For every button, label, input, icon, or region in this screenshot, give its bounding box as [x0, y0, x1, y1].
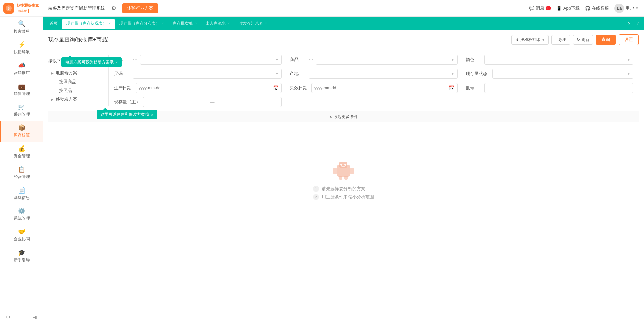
tooltip2-close-btn[interactable]: ×	[151, 113, 153, 117]
empty-step1: 1 请先选择要分析的方案	[313, 186, 374, 192]
tab-inventory-status[interactable]: 现存量（库存状况表） ×	[62, 19, 115, 29]
header-right: 💬 消息 6 📱 App下载 🎧 在线客服 Ea 用户 ▼	[529, 4, 639, 13]
tab-home[interactable]: 首页	[46, 19, 62, 29]
user-area[interactable]: Ea 用户 ▼	[614, 4, 639, 13]
filter-fields-row4: 现存量（主） —	[114, 97, 633, 107]
sidebar-item-sales[interactable]: 💼 销售管理	[0, 79, 43, 100]
tab-close-inventory-status[interactable]: ×	[109, 21, 111, 25]
size-select[interactable]: ▼	[133, 69, 282, 79]
stock-status-arrow-icon: ▼	[627, 72, 630, 76]
scheme-item-goods[interactable]: 按照商品	[56, 77, 108, 86]
stock-main-field: 现存量（主） —	[114, 97, 282, 107]
production-date-field: 生产日期 📅	[114, 83, 282, 93]
stock-main-from-input[interactable]	[146, 100, 208, 104]
scheme-mobile[interactable]: ▶ 移动端方案	[48, 95, 108, 104]
tab-close-summary[interactable]: ×	[265, 21, 267, 25]
goods-label: 商品	[290, 57, 306, 63]
tab-inventory-dist[interactable]: 现存量（库存分布表） ×	[115, 19, 168, 29]
marketing-icon: 📣	[18, 62, 25, 69]
sidebar-item-marketing[interactable]: 📣 营销推广	[0, 58, 43, 79]
content-area: 现存量查询(按仓库+商品) 🖨 按模板打印 ▼ ↑ 导出 ↻ 刷新	[43, 30, 644, 325]
message-icon: 💬	[529, 6, 534, 11]
sidebar-item-purchase[interactable]: 🛒 采购管理	[0, 100, 43, 121]
sidebar-item-search[interactable]: 🔍 搜索菜单	[0, 17, 43, 38]
empty-step2: 2 用过滤条件来缩小分析范围	[313, 194, 374, 200]
settings-bottom-btn[interactable]: ⚙	[3, 312, 13, 322]
svg-point-4	[340, 164, 342, 166]
headset-icon: 🎧	[585, 6, 590, 11]
sidebar-item-guide[interactable]: 🎓 新手引导	[0, 246, 43, 266]
stock-status-select[interactable]: ▼	[492, 69, 633, 79]
tab-close-inventory-dist[interactable]: ×	[162, 21, 164, 25]
scheme-arrow-icon: ▶	[51, 71, 54, 75]
production-date-input[interactable]	[139, 86, 272, 90]
expiry-date-label: 失效日期	[290, 85, 309, 91]
goods-select[interactable]: ▼	[316, 55, 458, 65]
size-field: 尺码 ▼	[114, 69, 282, 79]
tab-batch[interactable]: 库存批次账 ×	[169, 19, 201, 29]
sidebar-item-inventory[interactable]: 📦 库存核算	[0, 121, 43, 142]
online-service-btn[interactable]: 🎧 在线客服	[585, 5, 609, 11]
sidebar: 6 畅捷通好生意 标准版 🔍 搜索菜单 ⚡ 快捷导航 📣 营销推广 💼 销售管理…	[0, 0, 43, 325]
sidebar-item-finance[interactable]: 💰 资金管理	[0, 142, 43, 162]
content-inner: 现存量查询(按仓库+商品) 🖨 按模板打印 ▼ ↑ 导出 ↻ 刷新	[43, 30, 644, 325]
origin-select[interactable]: ▼	[309, 69, 458, 79]
warehouse-select[interactable]: ▼	[140, 55, 282, 65]
sidebar-item-operation[interactable]: 📋 经营管理	[0, 162, 43, 183]
tab-close-inout[interactable]: ×	[228, 21, 230, 25]
logo-text: 畅捷通好生意 标准版	[17, 3, 39, 13]
operation-icon: 📋	[18, 166, 25, 173]
export-btn[interactable]: ↑ 导出	[551, 35, 570, 45]
color-select[interactable]: ▼	[484, 55, 633, 65]
warehouse-more-icon[interactable]: ···	[133, 57, 137, 63]
print-arrow-icon: ▼	[542, 38, 545, 42]
collapse-sidebar-btn[interactable]: ◀	[30, 312, 39, 322]
settings-icon[interactable]: ⚙	[109, 4, 118, 13]
reset-btn[interactable]: 设置	[619, 34, 639, 45]
scheme-list: ▶ 电脑端方案 这里可以创建和修改方案哦 × 按照商品	[48, 69, 108, 104]
empty-text: 1 请先选择要分析的方案 2 用过滤条件来缩小分析范围	[313, 186, 374, 200]
printer-icon: 🖨	[515, 37, 519, 42]
goods-more-icon[interactable]: ···	[309, 57, 313, 63]
scheme-desktop[interactable]: ▶ 电脑端方案	[48, 69, 108, 77]
refresh-btn[interactable]: ↻ 刷新	[573, 35, 593, 45]
tab-inout[interactable]: 出入库流水 ×	[202, 19, 234, 29]
batch-input[interactable]	[487, 86, 630, 90]
calendar-icon-expiry[interactable]: 📅	[449, 85, 454, 91]
warehouse-field: 仓库 ··· ▼	[114, 55, 282, 65]
expiry-date-input[interactable]	[314, 86, 447, 90]
calendar-icon-production[interactable]: 📅	[273, 85, 279, 91]
query-btn[interactable]: 查询	[596, 35, 616, 45]
header: 装备及固定资产辅助管理系统 ⚙ 体验行业方案 💬 消息 6 📱 App下载 🎧 …	[43, 0, 644, 17]
close-all-tabs-btn[interactable]: ×	[627, 19, 632, 28]
experience-btn[interactable]: 体验行业方案	[122, 3, 158, 13]
collapse-btn[interactable]: ∧ 收起更多条件	[329, 114, 358, 120]
color-field: 颜色 ▼	[466, 55, 633, 65]
sidebar-item-enterprise[interactable]: 🤝 企业协同	[0, 225, 43, 246]
page-actions: 🖨 按模板打印 ▼ ↑ 导出 ↻ 刷新 查询 设置	[511, 34, 639, 45]
goods-arrow-icon: ▼	[451, 58, 454, 62]
expiry-date-input-wrap: 📅	[311, 83, 458, 93]
app-download-btn[interactable]: 📱 App下载	[556, 5, 580, 11]
filter-fields-area: 仓库 ··· ▼ 商品 ···	[109, 55, 639, 111]
tab-summary[interactable]: 收发存汇总表 ×	[235, 19, 271, 29]
svg-rect-7	[333, 168, 337, 174]
sidebar-item-system[interactable]: ⚙️ 系统管理	[0, 204, 43, 225]
tabs-actions: × ⤢	[627, 19, 641, 28]
tooltip1-close-btn[interactable]: ×	[116, 60, 118, 64]
message-btn[interactable]: 💬 消息 6	[529, 5, 551, 11]
filter-fields-row1: 仓库 ··· ▼ 商品 ···	[114, 55, 633, 65]
print-btn[interactable]: 🖨 按模板打印 ▼	[511, 35, 549, 45]
batch-input-wrap	[484, 83, 633, 93]
basic-icon: 📄	[18, 186, 25, 194]
tab-close-batch[interactable]: ×	[195, 21, 197, 25]
inventory-icon: 📦	[18, 124, 25, 131]
warehouse-arrow-icon: ▼	[275, 58, 279, 62]
stock-status-label: 现存量状态	[466, 71, 490, 77]
maximize-btn[interactable]: ⤢	[635, 19, 641, 28]
stock-main-to-input[interactable]	[217, 100, 279, 104]
sidebar-item-quick[interactable]: ⚡ 快捷导航	[0, 38, 43, 58]
scheme-item-goods2[interactable]: 按照品	[56, 86, 108, 95]
sidebar-item-basic[interactable]: 📄 基础信息	[0, 183, 43, 204]
filter-fields-row3: 生产日期 📅 失效日期 📅	[114, 83, 633, 93]
